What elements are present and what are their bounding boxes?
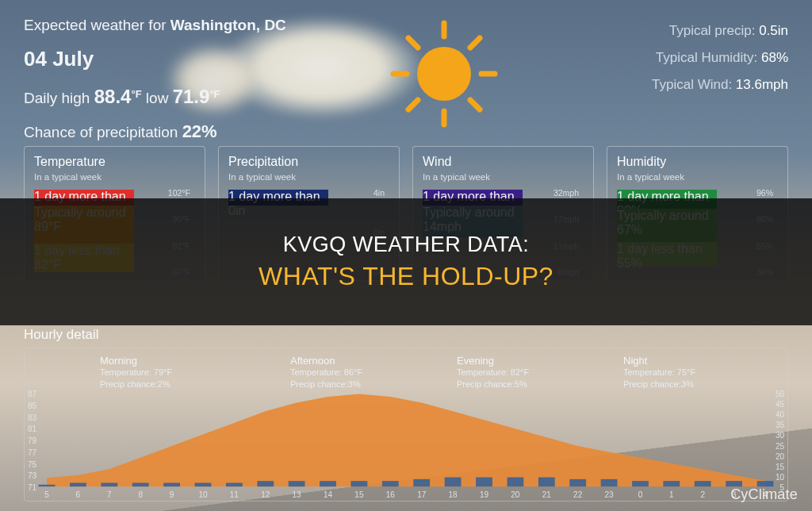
y-axis-right-label: 20 (776, 452, 784, 461)
x-axis-label: 18 (449, 490, 458, 499)
brand-watermark: CyClimate (730, 486, 798, 503)
high-label: Daily high (24, 90, 94, 106)
y-axis-left-label: 83 (28, 413, 36, 422)
x-axis-label: 17 (417, 490, 426, 499)
x-axis-label: 12 (261, 490, 270, 499)
y-axis-right-label: 15 (776, 463, 784, 471)
high-value: 88.4 (94, 86, 132, 107)
headline-overlay: KVGQ WEATHER DATA: WHAT'S THE HOLD-UP? (0, 198, 812, 325)
y-axis-right-label: 35 (776, 421, 784, 429)
period-block: NightTemperature: 75°FPrecip chance:3% (623, 355, 695, 390)
svg-rect-25 (538, 478, 555, 487)
typical-humidity-label: Typical Humidity: (656, 50, 761, 65)
card-subtitle: In a typical week (228, 172, 389, 182)
x-axis-label: 20 (511, 490, 519, 499)
card-title: Humidity (617, 155, 778, 169)
x-axis-label: 21 (542, 490, 551, 499)
x-axis-label: 6 (76, 490, 81, 499)
hourly-title: Hourly detail (24, 327, 788, 343)
typicals-panel: Typical precip: 0.5in Typical Humidity: … (531, 11, 788, 148)
forecast-summary: Expected weather for Washington, DC 04 J… (24, 11, 357, 148)
period-block: EveningTemperature: 82°FPrecip chance:5% (457, 355, 529, 390)
axis-label: 96% (756, 188, 773, 198)
y-axis-right-label: 30 (776, 431, 784, 440)
y-axis-left-label: 77 (28, 448, 36, 457)
headline-line1: KVGQ WEATHER DATA: (283, 232, 530, 257)
svg-rect-20 (382, 481, 399, 486)
y-axis-left-label: 81 (28, 425, 36, 433)
y-axis-right-label: 25 (776, 442, 784, 451)
svg-rect-30 (695, 481, 711, 486)
x-axis-label: 5 (44, 490, 49, 499)
x-axis-label: 22 (573, 490, 582, 499)
svg-point-0 (417, 47, 471, 101)
typical-wind-label: Typical Wind: (652, 77, 736, 92)
svg-rect-27 (601, 479, 618, 486)
svg-rect-24 (508, 478, 524, 487)
card-subtitle: In a typical week (34, 172, 195, 182)
svg-rect-15 (226, 483, 243, 487)
svg-rect-18 (320, 481, 336, 486)
x-axis-label: 1 (669, 490, 674, 499)
x-axis-label: 7 (107, 490, 112, 499)
card-subtitle: In a typical week (617, 172, 778, 182)
svg-rect-23 (476, 478, 492, 487)
header-row: Expected weather for Washington, DC 04 J… (24, 11, 788, 148)
sun-icon (385, 14, 504, 133)
y-axis-left-label: 87 (28, 390, 36, 398)
low-value: 71.9 (173, 86, 210, 107)
x-axis-label: 0 (638, 490, 643, 499)
svg-rect-28 (632, 481, 649, 486)
precip-chance-label: Chance of precipitation (24, 124, 182, 140)
y-axis-left-label: 75 (28, 460, 36, 469)
unit: °F (131, 88, 141, 100)
svg-line-6 (470, 38, 480, 48)
svg-rect-11 (101, 483, 117, 487)
expected-label: Expected weather for (24, 17, 170, 33)
low-label: low (146, 90, 173, 106)
forecast-date: 04 July (24, 40, 357, 79)
axis-label: 4in (373, 188, 385, 198)
svg-rect-26 (569, 479, 586, 486)
y-axis-left-label: 85 (28, 402, 36, 410)
svg-rect-29 (663, 481, 680, 486)
hourly-section: Hourly detail MorningTemperature: 79°FPr… (24, 327, 788, 501)
typical-precip-value: 0.5in (759, 23, 788, 38)
x-axis-label: 16 (386, 490, 395, 499)
y-axis-right-label: 45 (776, 400, 784, 409)
card-title: Wind (423, 155, 584, 169)
axis-label: 32mph (553, 188, 579, 198)
y-axis-right-label: 40 (776, 410, 784, 419)
precip-chance-value: 22% (182, 121, 217, 141)
x-axis-label: 2 (700, 490, 705, 499)
typical-wind-value: 13.6mph (736, 77, 788, 92)
svg-rect-21 (413, 479, 430, 486)
y-axis-left-label: 79 (28, 436, 36, 445)
x-axis-label: 9 (170, 490, 174, 499)
y-axis-right-label: 50 (776, 390, 784, 398)
card-title: Temperature (34, 155, 195, 169)
y-axis-left-label: 71 (28, 483, 36, 492)
svg-rect-16 (257, 481, 274, 486)
x-axis-label: 8 (138, 490, 143, 499)
period-block: MorningTemperature: 79°FPrecip chance:2% (100, 355, 172, 390)
svg-rect-14 (195, 483, 212, 487)
svg-rect-13 (163, 483, 180, 487)
svg-rect-9 (39, 485, 56, 486)
y-axis-left-label: 73 (28, 471, 36, 480)
x-axis-label: 19 (480, 490, 488, 499)
svg-line-7 (408, 100, 418, 110)
unit: °F (209, 88, 220, 100)
svg-rect-12 (132, 483, 149, 487)
svg-rect-10 (70, 483, 86, 487)
svg-line-8 (470, 100, 480, 110)
axis-label: 102°F (168, 188, 190, 198)
card-title: Precipitation (228, 155, 389, 169)
card-subtitle: In a typical week (423, 172, 584, 182)
x-axis-label: 23 (604, 490, 613, 499)
svg-line-5 (408, 38, 418, 48)
weather-icon-container (357, 11, 531, 148)
location: Washington, DC (170, 17, 286, 33)
svg-rect-17 (289, 481, 305, 486)
x-axis-label: 13 (293, 490, 301, 499)
